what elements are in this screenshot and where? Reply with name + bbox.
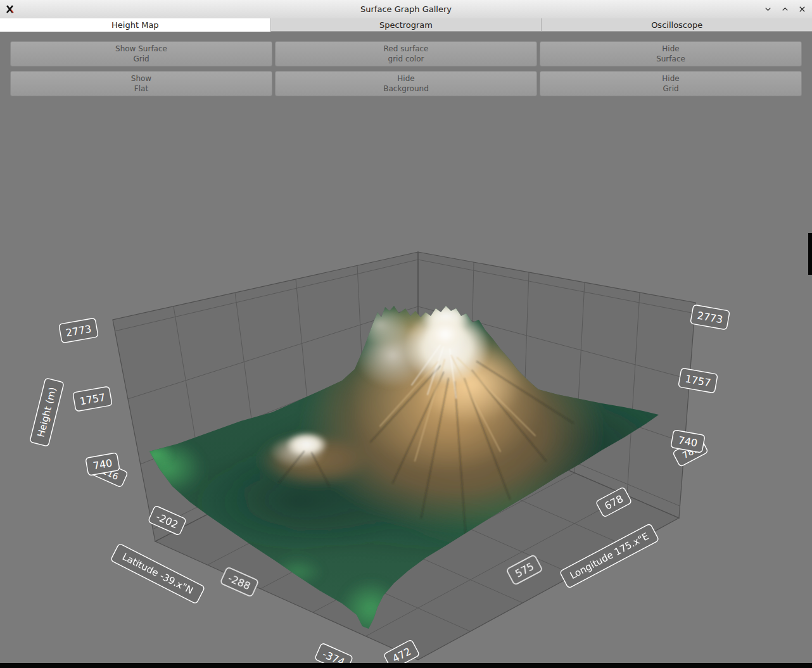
height-axis-title: Height (m) (30, 378, 64, 446)
titlebar[interactable]: Surface Graph Gallery (0, 0, 812, 19)
show-flat-button[interactable]: Show Flat (10, 71, 272, 96)
red-surface-grid-color-button[interactable]: Red surface grid color (275, 41, 537, 66)
hide-grid-button[interactable]: Hide Grid (540, 71, 802, 96)
button-label: Red surface (384, 44, 429, 54)
bottom-edge-strip (0, 663, 812, 668)
minimize-button[interactable] (763, 4, 773, 15)
svg-text:Height (m): Height (m) (35, 386, 59, 439)
hide-background-button[interactable]: Hide Background (275, 71, 537, 96)
button-label: Show (131, 73, 151, 84)
toolbar: Show Surface Grid Red surface grid color… (0, 32, 812, 97)
show-surface-grid-button[interactable]: Show Surface Grid (10, 41, 272, 66)
button-label: Hide (662, 44, 679, 54)
button-label: Flat (134, 84, 148, 94)
height-tick-2773-left: 2773 (59, 318, 98, 343)
height-tick-1757-left: 1757 (73, 386, 112, 412)
chevron-down-icon (764, 5, 772, 13)
button-label: grid color (388, 54, 424, 64)
close-x-icon (798, 5, 806, 13)
window-title: Surface Graph Gallery (0, 4, 812, 14)
button-label: Background (383, 84, 429, 94)
svg-text:Latitude -39.x"N: Latitude -39.x"N (120, 551, 195, 596)
button-label: Grid (133, 54, 149, 64)
tab-height-map[interactable]: Height Map (0, 18, 270, 32)
surface-plot-area[interactable]: Height (m) 2773 1757 -116 740 2773 (0, 97, 812, 668)
button-label: Grid (663, 84, 678, 94)
app-window: Surface Graph Gallery Height Map Spectro… (0, 0, 812, 668)
maximize-button[interactable] (780, 4, 790, 15)
button-label: Surface (656, 54, 685, 64)
right-edge-strip (808, 233, 812, 275)
hide-surface-button[interactable]: Hide Surface (540, 41, 802, 66)
tab-oscilloscope[interactable]: Oscilloscope (541, 18, 812, 32)
button-label: Hide (662, 73, 679, 84)
close-button[interactable] (797, 4, 807, 15)
button-label: Show Surface (115, 44, 167, 54)
surface-graph: Height (m) 2773 1757 -116 740 2773 (0, 97, 812, 668)
tab-bar: Height Map Spectrogram Oscilloscope (0, 18, 812, 32)
chevron-up-icon (781, 5, 789, 13)
tab-spectrogram[interactable]: Spectrogram (270, 18, 542, 32)
window-controls (763, 0, 807, 18)
height-tick-2773-right: 2773 (690, 305, 730, 330)
button-label: Hide (397, 73, 414, 84)
window-icon (4, 4, 16, 15)
